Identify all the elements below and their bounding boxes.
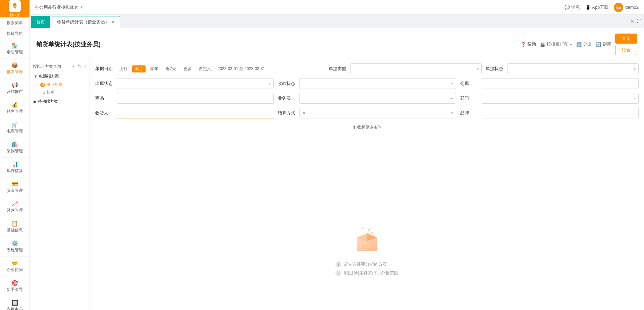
more-btn[interactable]: 更多: [181, 65, 194, 72]
filter-area: 单据日期 上月 本月 本年 近7天 更多 自定义 2023-03-01 至 20…: [90, 59, 644, 189]
desktop-scheme-arrow: ▼: [34, 74, 38, 79]
filter-recipient: 收货人 ···: [95, 108, 274, 118]
query-button[interactable]: 查询: [615, 34, 637, 44]
tab-sales-stat-label: 销货单统计表（按业务员）: [57, 19, 109, 25]
help-icon: ❓: [521, 42, 526, 47]
operations-icon: 📈: [11, 201, 18, 207]
receipt-status-select[interactable]: ▾: [299, 78, 456, 89]
filter-receipt-status: 收款状态 ▾: [278, 78, 456, 89]
export-action[interactable]: ⬇️ 导出: [576, 41, 592, 47]
scheme-sub-by-order[interactable]: ≡ 按单: [32, 89, 87, 96]
dept-select[interactable]: ▾: [482, 93, 639, 104]
staff-input[interactable]: ···: [299, 93, 456, 104]
search-menu[interactable]: 搜索菜单: [0, 17, 29, 29]
quick-nav[interactable]: 快捷导航: [0, 29, 29, 39]
brand-input[interactable]: ···: [482, 108, 639, 118]
scheme-item-by-staff[interactable]: 员 按业务员: [32, 81, 87, 89]
filter-type: 单据类型 ▾: [329, 63, 482, 74]
sidebar-item-appstore[interactable]: 🔲 应用中心: [0, 296, 29, 310]
scheme-actions: ＋ ✎ «: [71, 63, 86, 69]
hint-text-1: 请先选择要分析的方案: [343, 261, 387, 267]
last7-btn[interactable]: 近7天: [163, 65, 179, 72]
maximize-icon[interactable]: ⛶: [637, 19, 641, 24]
sidebar-item-newbie[interactable]: 🎯 新手引导: [0, 276, 29, 296]
tab-sales-stat[interactable]: 销货单统计表（按业务员） ✕: [52, 16, 120, 28]
ecommerce-icon: 🛒: [11, 121, 18, 128]
tab-home[interactable]: 首页: [31, 16, 50, 28]
sales-icon: 💰: [11, 102, 18, 108]
collapse-bar[interactable]: ⬆ 收起更多条件: [95, 122, 639, 132]
sidebar-logo[interactable]: 标账版: [0, 0, 30, 17]
sidebar-item-retail[interactable]: 🏪 零售管理: [0, 39, 29, 59]
status-select[interactable]: ▾: [507, 63, 639, 74]
desktop-scheme-title[interactable]: ▼ 电脑端方案: [32, 72, 87, 81]
print-action[interactable]: 🖨️ 按模板打印 ▾: [540, 41, 572, 47]
empty-hints: 1 请先选择要分析的方案 2 用[过滤]条件来缩小分析范围: [335, 261, 398, 276]
type-select[interactable]: ▾: [350, 63, 482, 74]
settlement-select[interactable]: ✕ ▾: [299, 108, 456, 118]
sidebar-item-corp[interactable]: 🤝 企业协同: [0, 257, 29, 276]
sidebar-item-base[interactable]: 📋 基础信息: [0, 217, 29, 237]
edit-scheme-icon[interactable]: ✎: [77, 63, 82, 69]
recipient-input[interactable]: ···: [117, 108, 274, 118]
topbar: 办公用品行业模拟账套 ▾ 💬 消息 📱 App下载 Ea demo2: [30, 0, 644, 15]
sidebar-item-marketing[interactable]: 📢 营销推广: [0, 79, 29, 98]
out-status-label: 出库状态: [95, 81, 114, 87]
app-download-action[interactable]: 📱 App下载: [585, 4, 608, 10]
svg-point-6: [371, 232, 373, 233]
last-month-btn[interactable]: 上月: [117, 65, 130, 72]
filter-status: 单据状态 ▾: [486, 63, 639, 74]
logo-icon: [9, 0, 21, 12]
filter-row-2: 出库状态 ▾ 收款状态 ▾: [95, 78, 639, 89]
date-range: 2023-03-01 至 2023-03-31: [218, 66, 265, 72]
warehouse-input[interactable]: ···: [482, 78, 639, 89]
type-label: 单据类型: [329, 66, 347, 72]
message-icon: 💬: [565, 5, 570, 10]
add-scheme-icon[interactable]: ＋: [71, 63, 75, 69]
print-dropdown-icon[interactable]: ▾: [570, 42, 572, 47]
sidebar-item-sales[interactable]: 💰 销售管理: [0, 98, 29, 118]
brand-dots: ···: [632, 111, 636, 115]
dept-chevron-icon: ▾: [634, 96, 636, 101]
empty-hint-1: 1 请先选择要分析的方案: [335, 261, 398, 267]
tab-maximize[interactable]: ✕ ⛶: [631, 19, 641, 24]
out-status-select[interactable]: ▾: [117, 78, 274, 89]
warehouse-dots: ···: [632, 81, 636, 86]
sidebar-item-inventory[interactable]: 📊 库存核算: [0, 158, 29, 177]
hint-num-2: 2: [335, 270, 341, 276]
topbar-dropdown-icon[interactable]: ▾: [80, 5, 83, 10]
sidebar-item-purchase[interactable]: 🛍️ 采购管理: [0, 138, 29, 158]
collapse-panel-icon[interactable]: «: [84, 63, 86, 69]
settings-button[interactable]: 设置: [615, 46, 637, 55]
recipient-label: 收货人: [95, 110, 114, 116]
sidebar: 标账版 搜索菜单 快捷导航 🏪 零售管理 📦 批发管理 📢 营销推广 💰 销售管…: [0, 0, 30, 310]
sidebar-item-wholesale[interactable]: 📦 批发管理: [0, 59, 29, 79]
sidebar-item-finance[interactable]: 💳 资金管理: [0, 177, 29, 197]
by-order-label: 按单: [47, 90, 55, 95]
sidebar-item-operations[interactable]: 📈 经营管理: [0, 197, 29, 217]
close-tab-icon[interactable]: ✕: [631, 19, 634, 24]
query-actions: 查询 设置: [615, 32, 637, 56]
receipt-status-label: 收款状态: [278, 81, 297, 87]
help-action[interactable]: ❓ 帮助: [521, 41, 536, 47]
staff-label: 业务员: [278, 95, 297, 101]
topbar-title-text: 办公用品行业模拟账套: [35, 4, 78, 10]
collapse-label: 收起更多条件: [357, 124, 381, 130]
message-action[interactable]: 💬 消息: [565, 4, 580, 10]
brand-label: 品牌: [460, 110, 479, 116]
goods-input[interactable]: ···: [117, 93, 274, 104]
settlement-clear-icon[interactable]: ✕: [302, 111, 306, 115]
custom-btn[interactable]: 自定义: [196, 65, 214, 72]
sidebar-item-ecommerce[interactable]: 🛒 电商管理: [0, 118, 29, 138]
scheme-label: 按以下方案查询: [33, 64, 61, 69]
user-profile[interactable]: Ea demo2: [614, 3, 639, 12]
tab-close-icon[interactable]: ✕: [111, 20, 115, 24]
mobile-scheme-title[interactable]: ▶ 移动端方案: [30, 97, 90, 106]
sidebar-item-system[interactable]: ⚙️ 系统管理: [0, 237, 29, 257]
this-month-btn[interactable]: 本月: [132, 65, 146, 72]
page-title: 销货单统计表(按业务员): [36, 40, 101, 48]
refresh-action[interactable]: 🔄 刷新: [596, 41, 611, 47]
this-year-btn[interactable]: 本年: [148, 65, 161, 72]
avatar: Ea: [614, 3, 623, 12]
filter-goods: 商品 ···: [95, 93, 274, 104]
